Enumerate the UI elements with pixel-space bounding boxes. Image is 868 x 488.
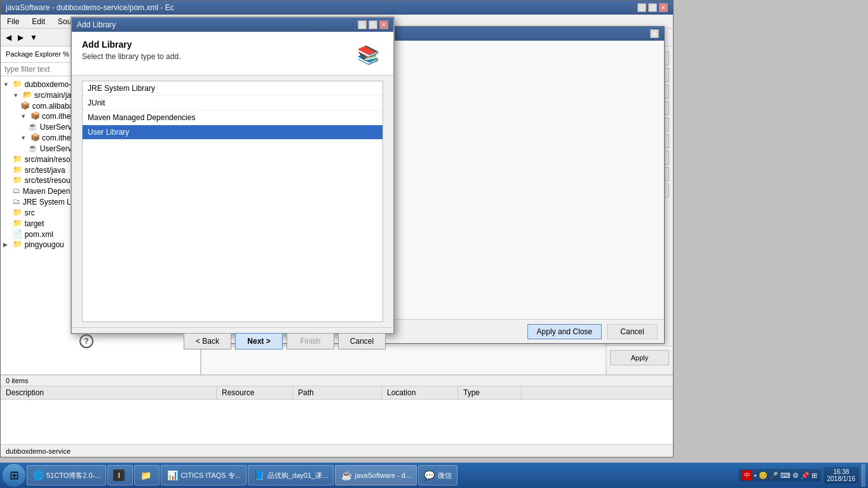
back-button[interactable]: < Back [184, 333, 231, 349]
pinyougou-icon: 📘 [254, 470, 265, 481]
add-library-header: Add Library Select the library type to a… [72, 32, 393, 76]
add-library-title: Add Library [77, 20, 116, 29]
maximize-button[interactable]: □ [648, 3, 657, 12]
add-library-buttons: ? < Back Next > Finish Cancel [72, 327, 393, 355]
taskbar-item-intellij[interactable]: I [107, 465, 133, 485]
ime-cn-indicator: 中 [742, 470, 752, 480]
clock-time: 16:38 [827, 468, 856, 475]
bottom-panel-header: 0 items [1, 376, 673, 386]
ide-titlebar: javaSoftware - dubboxdemo-service/pom.xm… [1, 1, 673, 15]
taskbar-item-51cto[interactable]: 🌐 51CTO博客2.0-... [27, 465, 106, 485]
taskbar: ⊞ 🌐 51CTO博客2.0-... I 📁 📊 CITICS ITAQS 专.… [0, 463, 868, 488]
toolbar-dropdown-icon[interactable]: ▼ [27, 32, 40, 43]
add-library-header-subtitle: Select the library type to add. [82, 52, 180, 61]
add-library-title-buttons: _ □ ✕ [358, 20, 388, 29]
ide-title-buttons: _ □ ✕ [637, 3, 668, 12]
toolbar-forward-icon[interactable]: ▶ [15, 32, 26, 43]
ime-settings: ⚙ [792, 471, 799, 480]
properties-title-buttons: ✕ [650, 29, 659, 38]
status-text: dubboxdemo-service [6, 447, 71, 455]
51cto-label: 51CTO博客2.0-... [46, 471, 100, 480]
pinyougou-label: 品优购_day01_课... [268, 471, 328, 480]
add-library-help-icon[interactable]: ? [79, 334, 93, 348]
java-label: javaSoftware - d... [355, 471, 411, 479]
package-explorer-label: Package Explorer % [6, 50, 69, 58]
show-desktop-button[interactable] [862, 464, 865, 487]
col-description: Description [1, 386, 217, 399]
library-type-junit[interactable]: JUnit [83, 96, 383, 111]
system-clock: 16:38 2018/1/16 [824, 467, 860, 484]
citics-icon: 📊 [166, 470, 178, 481]
properties-close-button[interactable]: ✕ [650, 29, 659, 38]
ime-emoji: 😊 [759, 471, 768, 480]
add-library-btn-group: < Back Next > Finish Cancel [184, 333, 386, 349]
ime-keyboard: ⌨ [780, 471, 790, 480]
items-count: 0 items [6, 377, 28, 384]
col-path: Path [293, 386, 382, 399]
ime-dot: • [754, 471, 757, 479]
library-type-user[interactable]: User Library [83, 125, 383, 140]
library-type-jre[interactable]: JRE System Library [83, 81, 383, 96]
add-library-dialog: Add Library _ □ ✕ Add Library Select the… [71, 17, 395, 334]
add-library-close[interactable]: ✕ [379, 20, 388, 29]
explorer-icon: 📁 [140, 470, 151, 481]
apply-close-button[interactable]: Apply and Close [527, 324, 602, 339]
add-library-list: JRE System Library JUnit Maven Managed D… [82, 81, 383, 322]
ime-pin: 📌 [801, 471, 810, 480]
tab-package-explorer[interactable]: Package Explorer % [1, 46, 75, 62]
minimize-button[interactable]: _ [637, 3, 646, 12]
bottom-table-header: Description Resource Path Location Type [1, 386, 673, 400]
add-library-header-text: Add Library Select the library type to a… [82, 39, 180, 61]
library-icon: 📚 [353, 39, 383, 70]
citics-label: CITICS ITAQS 专... [180, 471, 241, 480]
taskbar-item-pinyougou[interactable]: 📘 品优购_day01_课... [248, 465, 334, 485]
col-type: Type [458, 386, 522, 399]
wechat-label: 微信 [438, 471, 452, 480]
next-button[interactable]: Next > [235, 333, 283, 349]
taskbar-item-explorer[interactable]: 📁 [134, 465, 159, 485]
add-library-header-title: Add Library [82, 39, 180, 50]
close-button[interactable]: ✕ [659, 3, 668, 12]
wechat-icon: 💬 [424, 470, 435, 481]
add-library-cancel-button[interactable]: Cancel [338, 333, 386, 349]
finish-button[interactable]: Finish [287, 333, 334, 349]
taskbar-item-java[interactable]: ☕ javaSoftware - d... [335, 465, 417, 485]
intellij-icon: I [113, 470, 125, 481]
sys-tray: 中 • 😊 🎤 ⌨ ⚙ 📌 ⊞ [738, 469, 821, 482]
library-type-maven[interactable]: Maven Managed Dependencies [83, 111, 383, 125]
51cto-icon: 🌐 [32, 470, 44, 481]
toolbar-back-icon[interactable]: ◀ [3, 32, 14, 43]
apply-button[interactable]: Apply [610, 350, 669, 365]
taskbar-item-citics[interactable]: 📊 CITICS ITAQS 专... [161, 465, 247, 485]
taskbar-right: 中 • 😊 🎤 ⌨ ⚙ 📌 ⊞ 16:38 2018/1/16 [738, 464, 865, 487]
status-bar: dubboxdemo-service [1, 444, 673, 457]
add-library-minimize[interactable]: _ [358, 20, 367, 29]
properties-cancel-button[interactable]: Cancel [607, 324, 658, 339]
menu-edit[interactable]: Edit [28, 16, 49, 27]
clock-date: 2018/1/16 [827, 475, 856, 482]
ime-grid: ⊞ [811, 471, 817, 480]
taskbar-item-wechat[interactable]: 💬 微信 [418, 465, 458, 485]
add-library-maximize[interactable]: □ [369, 20, 377, 29]
ide-window: javaSoftware - dubboxdemo-service/pom.xm… [0, 0, 674, 458]
ime-mic: 🎤 [770, 471, 778, 480]
start-icon: ⊞ [10, 468, 19, 482]
ide-title: javaSoftware - dubboxdemo-service/pom.xm… [6, 3, 174, 12]
col-resource: Resource [217, 386, 293, 399]
start-button[interactable]: ⊞ [3, 464, 25, 487]
add-library-titlebar: Add Library _ □ ✕ [72, 18, 393, 32]
add-library-body: JRE System Library JUnit Maven Managed D… [72, 76, 393, 327]
java-icon: ☕ [341, 470, 352, 481]
menu-file[interactable]: File [3, 16, 23, 27]
col-location: Location [382, 386, 458, 399]
